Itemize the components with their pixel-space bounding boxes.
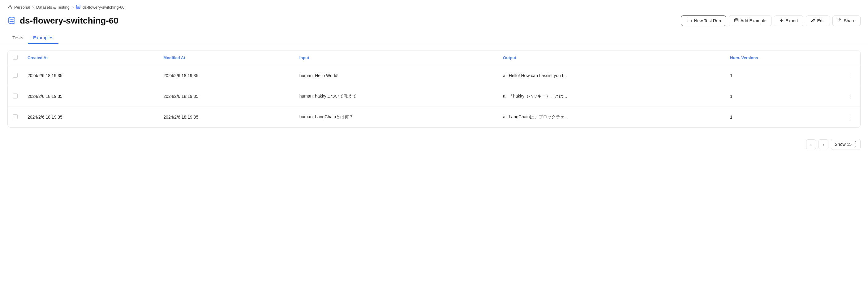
row-checkbox-1[interactable]	[13, 93, 18, 98]
export-icon	[779, 18, 783, 24]
row-output: ai: 「hakky（ハッキー）」とは...	[498, 86, 725, 107]
next-page-button[interactable]: ›	[818, 139, 828, 149]
examples-table: Created At Modified At Input Output Num.…	[7, 50, 861, 127]
row-more-button[interactable]: ⋮	[845, 71, 855, 80]
header-left: ds-flowery-switching-60	[7, 16, 119, 26]
tab-examples[interactable]: Examples	[28, 32, 59, 44]
row-num-versions: 1	[725, 65, 840, 86]
row-checkbox-cell	[8, 65, 23, 86]
row-modified-at: 2024/2/6 18:19:35	[158, 86, 294, 107]
col-header-actions	[840, 51, 860, 65]
col-header-num-versions[interactable]: Num. Versions	[725, 51, 840, 65]
row-actions-cell: ⋮	[840, 65, 860, 86]
col-header-modified-at[interactable]: Modified At	[158, 51, 294, 65]
row-actions-cell: ⋮	[840, 107, 860, 127]
table-row: 2024/2/6 18:19:35 2024/2/6 18:19:35 huma…	[8, 65, 860, 86]
row-modified-at: 2024/2/6 18:19:35	[158, 107, 294, 127]
table-row: 2024/2/6 18:19:35 2024/2/6 18:19:35 huma…	[8, 86, 860, 107]
add-example-label: Add Example	[741, 18, 766, 23]
row-output: ai: Hello! How can I assist you t...	[498, 65, 725, 86]
row-actions-cell: ⋮	[840, 86, 860, 107]
row-checkbox-cell	[8, 107, 23, 127]
share-icon	[838, 18, 842, 24]
show-count-select[interactable]: Show 15 ⌃⌄	[831, 139, 861, 150]
edit-label: Edit	[817, 18, 825, 23]
pagination: ‹ › Show 15 ⌃⌄	[0, 134, 868, 155]
svg-point-2	[9, 17, 15, 19]
row-created-at: 2024/2/6 18:19:35	[23, 65, 158, 86]
plus-icon: +	[686, 18, 689, 23]
new-test-run-label: + New Test Run	[690, 18, 721, 23]
page-header: ds-flowery-switching-60 + + New Test Run…	[0, 13, 868, 32]
svg-point-3	[735, 19, 738, 20]
svg-point-1	[76, 5, 80, 6]
breadcrumb: Personal > Datasets & Testing > ds-flowe…	[0, 0, 868, 13]
share-button[interactable]: Share	[832, 16, 861, 26]
prev-page-button[interactable]: ‹	[806, 139, 816, 149]
row-checkbox-0[interactable]	[13, 73, 18, 78]
tabs: Tests Examples	[0, 32, 868, 44]
user-icon	[7, 4, 12, 10]
add-example-button[interactable]: Add Example	[729, 15, 772, 26]
row-more-button[interactable]: ⋮	[845, 112, 855, 122]
breadcrumb-datasets[interactable]: Datasets & Testing	[36, 5, 70, 9]
add-example-db-icon	[734, 18, 739, 24]
show-count-label: Show 15	[835, 142, 851, 147]
header-actions: + + New Test Run Add Example Export	[681, 15, 861, 26]
col-header-input[interactable]: Input	[294, 51, 498, 65]
row-checkbox-2[interactable]	[13, 114, 18, 119]
col-header-output[interactable]: Output	[498, 51, 725, 65]
header-checkbox-cell	[8, 51, 23, 65]
row-modified-at: 2024/2/6 18:19:35	[158, 65, 294, 86]
row-input: human: hakkyについて教えて	[294, 86, 498, 107]
show-count-chevron-icon: ⌃⌄	[854, 141, 857, 148]
table-header-row: Created At Modified At Input Output Num.…	[8, 51, 860, 65]
row-output: ai: LangChainは、ブロックチェ...	[498, 107, 725, 127]
table-row: 2024/2/6 18:19:35 2024/2/6 18:19:35 huma…	[8, 107, 860, 127]
row-more-button[interactable]: ⋮	[845, 92, 855, 101]
row-num-versions: 1	[725, 107, 840, 127]
edit-icon	[811, 18, 815, 24]
row-input: human: LangChainとは何？	[294, 107, 498, 127]
db-icon-breadcrumb	[76, 4, 81, 10]
new-test-run-button[interactable]: + + New Test Run	[681, 16, 726, 26]
share-label: Share	[844, 18, 855, 23]
svg-point-0	[9, 5, 11, 7]
row-created-at: 2024/2/6 18:19:35	[23, 107, 158, 127]
row-checkbox-cell	[8, 86, 23, 107]
breadcrumb-current: ds-flowery-switching-60	[83, 5, 125, 9]
tab-tests[interactable]: Tests	[7, 32, 28, 44]
export-label: Export	[785, 18, 798, 23]
export-button[interactable]: Export	[774, 16, 803, 26]
col-header-created-at[interactable]: Created At	[23, 51, 158, 65]
row-input: human: Hello World!	[294, 65, 498, 86]
db-icon-header	[7, 16, 16, 26]
edit-button[interactable]: Edit	[806, 16, 830, 26]
row-num-versions: 1	[725, 86, 840, 107]
select-all-checkbox[interactable]	[13, 55, 18, 60]
row-created-at: 2024/2/6 18:19:35	[23, 86, 158, 107]
breadcrumb-personal[interactable]: Personal	[14, 5, 30, 9]
page-title: ds-flowery-switching-60	[20, 16, 119, 26]
